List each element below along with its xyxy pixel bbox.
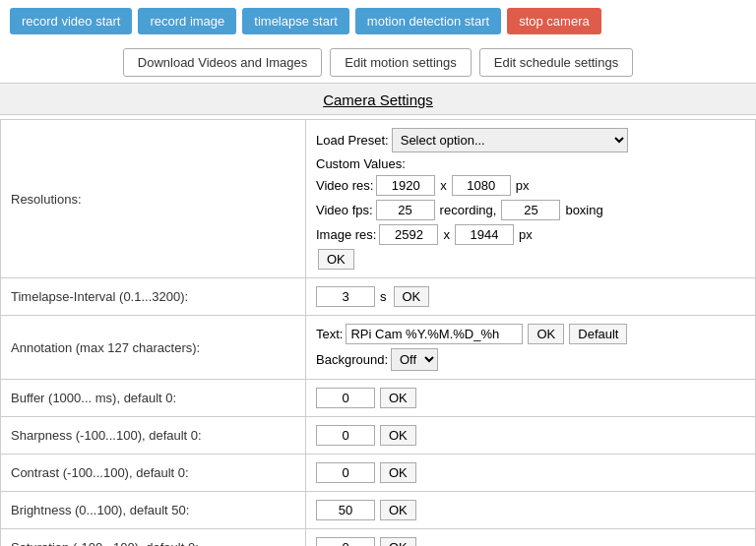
annotation-bg-row: Background: Off	[316, 348, 745, 371]
top-bar: record video start record image timelaps…	[0, 0, 756, 42]
sharpness-value-col: OK	[306, 417, 756, 455]
annotation-row: Annotation (max 127 characters): Text: O…	[1, 316, 756, 380]
annotation-value-col: Text: OK Default Background: Off	[306, 316, 756, 380]
timelapse-input[interactable]	[316, 286, 375, 307]
saturation-ok-button[interactable]: OK	[380, 537, 416, 546]
timelapse-row: Timelapse-Interval (0.1...3200): s OK	[1, 278, 756, 316]
brightness-row: Brightness (0...100), default 50: OK	[1, 492, 756, 529]
buffer-row: Buffer (1000... ms), default 0: OK	[1, 380, 756, 417]
contrast-ok-button[interactable]: OK	[380, 462, 416, 483]
sharpness-row: Sharpness (-100...100), default 0: OK	[1, 417, 756, 455]
timelapse-label: Timelapse-Interval (0.1...3200):	[1, 278, 306, 316]
load-preset-label: Load Preset:	[316, 133, 389, 148]
image-res-w-input[interactable]	[379, 224, 438, 245]
download-button[interactable]: Download Videos and Images	[123, 48, 323, 77]
custom-values-row: Custom Values:	[316, 156, 745, 171]
annotation-text-row: Text: OK Default	[316, 324, 745, 344]
saturation-label: Saturation (-100...100), default 0:	[1, 529, 306, 547]
annotation-bg-select[interactable]: Off	[391, 348, 438, 371]
buffer-value-col: OK	[306, 380, 756, 417]
custom-values-label: Custom Values:	[316, 156, 406, 171]
annotation-label: Annotation (max 127 characters):	[1, 316, 306, 380]
video-res-w-input[interactable]	[376, 175, 435, 196]
video-res-h-input[interactable]	[452, 175, 511, 196]
video-fps-recording-label: recording,	[440, 203, 497, 217]
video-fps-label: Video fps:	[316, 203, 373, 217]
brightness-input-row: OK	[316, 500, 745, 520]
second-bar: Download Videos and Images Edit motion s…	[0, 42, 756, 83]
timelapse-start-button[interactable]: timelapse start	[242, 8, 349, 34]
brightness-ok-button[interactable]: OK	[380, 500, 416, 520]
contrast-label: Contrast (-100...100), default 0:	[1, 455, 306, 492]
record-video-start-button[interactable]: record video start	[10, 8, 132, 34]
buffer-input-row: OK	[316, 388, 745, 408]
saturation-value-col: OK	[306, 529, 756, 547]
annotation-text-label: Text:	[316, 327, 343, 341]
resolutions-row: Resolutions: Load Preset: Select option.…	[1, 120, 756, 278]
image-res-x-sep: x	[443, 227, 450, 242]
brightness-label: Brightness (0...100), default 50:	[1, 492, 306, 529]
timelapse-input-row: s OK	[316, 286, 745, 307]
video-res-x-sep: x	[440, 178, 447, 193]
resolutions-value-col: Load Preset: Select option... Custom Val…	[306, 120, 756, 278]
sharpness-label: Sharpness (-100...100), default 0:	[1, 417, 306, 455]
buffer-ok-button[interactable]: OK	[380, 388, 416, 408]
saturation-row: Saturation (-100...100), default 0: OK	[1, 529, 756, 547]
edit-schedule-button[interactable]: Edit schedule settings	[479, 48, 633, 77]
video-res-row: Video res: x px	[316, 175, 745, 196]
sharpness-ok-button[interactable]: OK	[380, 425, 416, 446]
record-image-button[interactable]: record image	[138, 8, 236, 34]
preset-select[interactable]: Select option...	[392, 128, 628, 152]
brightness-value-col: OK	[306, 492, 756, 529]
resolutions-label: Resolutions:	[1, 120, 306, 278]
timelapse-value-col: s OK	[306, 278, 756, 316]
annotation-bg-label: Background:	[316, 352, 388, 367]
stop-camera-button[interactable]: stop camera	[507, 8, 601, 34]
image-res-h-input[interactable]	[455, 224, 514, 245]
contrast-input-row: OK	[316, 462, 745, 483]
annotation-default-button[interactable]: Default	[569, 324, 627, 344]
annotation-ok-button[interactable]: OK	[528, 324, 564, 344]
settings-table: Resolutions: Load Preset: Select option.…	[0, 119, 756, 546]
video-res-px-label: px	[516, 178, 530, 193]
resolutions-ok-button[interactable]: OK	[318, 249, 354, 270]
saturation-input-row: OK	[316, 537, 745, 546]
edit-motion-button[interactable]: Edit motion settings	[330, 48, 471, 77]
video-fps-boxing-label: boxing	[565, 203, 602, 217]
sharpness-input-row: OK	[316, 425, 745, 446]
timelapse-ok-button[interactable]: OK	[394, 286, 430, 307]
buffer-label: Buffer (1000... ms), default 0:	[1, 380, 306, 417]
contrast-value-col: OK	[306, 455, 756, 492]
contrast-input[interactable]	[316, 462, 375, 483]
annotation-text-input[interactable]	[346, 324, 523, 344]
load-preset-row: Load Preset: Select option...	[316, 128, 745, 152]
video-fps1-input[interactable]	[376, 200, 435, 220]
video-fps2-input[interactable]	[501, 200, 560, 220]
image-res-label: Image res:	[316, 227, 376, 242]
video-res-label: Video res:	[316, 178, 373, 193]
motion-detection-start-button[interactable]: motion detection start	[355, 8, 501, 34]
saturation-input[interactable]	[316, 537, 375, 546]
image-res-px-label: px	[519, 227, 533, 242]
resolutions-ok-row: OK	[316, 249, 745, 270]
image-res-row: Image res: x px	[316, 224, 745, 245]
video-fps-row: Video fps: recording, boxing	[316, 200, 745, 220]
brightness-input[interactable]	[316, 500, 375, 520]
buffer-input[interactable]	[316, 388, 375, 408]
sharpness-input[interactable]	[316, 425, 375, 446]
section-title: Camera Settings	[0, 83, 756, 115]
contrast-row: Contrast (-100...100), default 0: OK	[1, 455, 756, 492]
timelapse-unit: s	[380, 289, 387, 304]
